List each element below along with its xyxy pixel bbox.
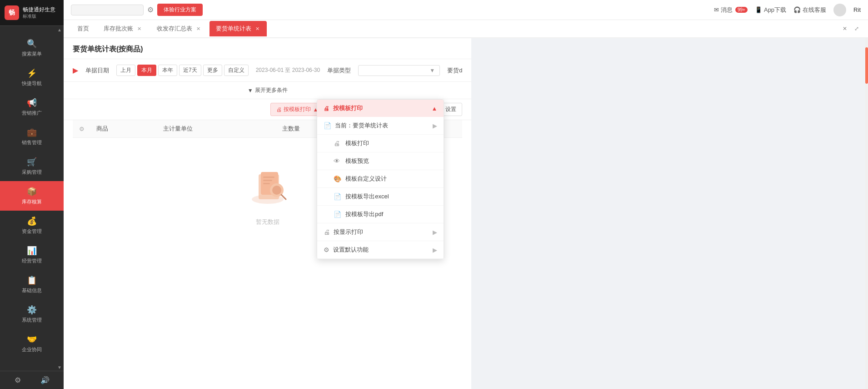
window-close-btn[interactable]: ✕ [841, 25, 849, 33]
sidebar-item-enterprise[interactable]: 🤝 企业协同 [0, 329, 64, 359]
shortcut-icon: ⚡ [27, 68, 37, 78]
main-content: ⚙ 体验行业方案 ✉ 消息 99+ 📱 App下载 🎧 在线客服 Rit 首页 [64, 0, 868, 389]
dropdown-item-template-preview[interactable]: 👁 模板预览 [317, 152, 444, 170]
tab-home-label: 首页 [77, 25, 89, 33]
col-settings[interactable]: ⚙ [73, 120, 91, 138]
sidebar-item-search[interactable]: 🔍 搜索菜单 [0, 33, 64, 63]
tab-receipt-summary-close[interactable]: ✕ [195, 25, 201, 32]
sidebar-item-operation-label: 经营管理 [22, 258, 42, 264]
set-default-arrow: ▶ [433, 247, 437, 253]
dropdown-display-print[interactable]: 🖨 按显示打印 ▶ [317, 223, 444, 241]
set-default-label: 设置默认功能 [333, 246, 369, 254]
messages-badge: 99+ [735, 7, 748, 13]
action-bar: 🖨 按模板打印 ▲ ⬆ 导出 ↻ 刷新 ... 查询 设置 [64, 99, 471, 120]
enterprise-icon: 🤝 [27, 334, 37, 344]
messages-btn[interactable]: ✉ 消息 99+ [714, 6, 748, 14]
date-btn-7days[interactable]: 近7天 [179, 65, 201, 76]
settings-bottom-icon[interactable]: ⚙ [15, 376, 21, 384]
tab-inventory-batch[interactable]: 库存批次账 ✕ [97, 21, 149, 37]
date-btn-this-year[interactable]: 本年 [158, 65, 177, 76]
sidebar-item-basic[interactable]: 📋 基础信息 [0, 270, 64, 299]
date-btn-this-month[interactable]: 本月 [137, 65, 156, 76]
sidebar-item-sales[interactable]: 💼 销售管理 [0, 122, 64, 152]
display-print-icon: 🖨 [324, 228, 330, 236]
inventory-icon: 📦 [27, 187, 37, 197]
marketing-icon: 📢 [27, 98, 37, 108]
print-icon: 🖨 [276, 106, 282, 113]
sidebar-item-shortcut[interactable]: ⚡ 快捷导航 [0, 63, 64, 92]
logo-name: 畅捷通好生意 [23, 6, 55, 14]
filter-expand-icon[interactable]: ▶ [73, 66, 78, 75]
template-preview-icon: 👁 [334, 157, 341, 165]
user-avatar[interactable] [833, 4, 846, 16]
svg-rect-8 [263, 183, 270, 184]
logo-icon: 畅 [5, 5, 19, 20]
dropdown-item-template-print[interactable]: 🖨 模板打印 [317, 135, 444, 152]
topbar-search-input[interactable] [71, 5, 144, 15]
display-print-label: 按显示打印 [334, 228, 363, 236]
sidebar-item-system[interactable]: ⚙️ 系统管理 [0, 299, 64, 329]
date-btn-more[interactable]: 更多 [203, 65, 222, 76]
col-settings-icon[interactable]: ⚙ [79, 126, 85, 132]
service-icon: 🎧 [793, 6, 801, 13]
template-print-icon: 🖨 [334, 140, 341, 147]
tab-order-stats[interactable]: 要货单统计表 ✕ [210, 21, 267, 36]
trial-button[interactable]: 体验行业方案 [157, 4, 203, 16]
dropdown-current-template[interactable]: 📄 当前：要货单统计表 ▶ [317, 117, 444, 135]
print-btn[interactable]: 🖨 按模板打印 ▲ [270, 103, 324, 116]
tab-receipt-summary[interactable]: 收发存汇总表 ✕ [150, 21, 208, 37]
sidebar-item-search-label: 搜索菜单 [22, 51, 42, 57]
customer-service-label: 在线客服 [803, 6, 826, 14]
sidebar-item-finance[interactable]: 💰 资金管理 [0, 211, 64, 240]
right-scrollbar[interactable] [865, 38, 868, 389]
date-btn-custom[interactable]: 自定义 [224, 65, 249, 76]
dropdown-item-template-pdf[interactable]: 📄 按模板导出pdf [317, 206, 444, 223]
dropdown-title: 🖨 按模板打印 [324, 104, 363, 112]
tab-inventory-batch-label: 库存批次账 [104, 25, 133, 33]
sidebar-item-purchase[interactable]: 🛒 采购管理 [0, 152, 64, 181]
dropdown-item-template-design[interactable]: 🎨 模板自定义设计 [317, 170, 444, 188]
audio-bottom-icon[interactable]: 🔊 [40, 376, 50, 384]
sidebar-item-marketing[interactable]: 📢 营销推广 [0, 92, 64, 122]
expand-more-btn[interactable]: ▼ 展开更多条件 [243, 85, 292, 96]
date-btn-last-month[interactable]: 上月 [116, 65, 135, 76]
sidebar-item-finance-label: 资金管理 [22, 228, 42, 235]
dropdown-item-template-excel[interactable]: 📄 按模板导出excel [317, 188, 444, 206]
sidebar-bottom: ⚙ 🔊 [0, 371, 64, 389]
system-icon: ⚙️ [27, 305, 37, 315]
tab-inventory-batch-close[interactable]: ✕ [136, 25, 142, 32]
type-select[interactable]: ▼ [358, 65, 440, 76]
dropdown-close-arrow[interactable]: ▲ [431, 105, 437, 112]
page-title: 要货单统计表(按商品) [73, 45, 462, 54]
template-design-label: 模板自定义设计 [345, 175, 387, 183]
svg-rect-7 [263, 180, 272, 181]
template-print-label: 模板打印 [345, 139, 369, 147]
scroll-down-arrow[interactable]: ▼ [57, 365, 62, 370]
current-template-icon: 📄 [324, 122, 331, 129]
right-scrollbar-thumb[interactable] [865, 47, 868, 84]
expand-icon: ▼ [248, 87, 253, 94]
sales-icon: 💼 [27, 127, 37, 137]
app-download-btn[interactable]: 📱 App下载 [755, 6, 786, 14]
search-nav-icon: 🔍 [27, 39, 37, 49]
dropdown-set-default[interactable]: ⚙ 设置默认功能 ▶ [317, 241, 444, 259]
scroll-up-arrow[interactable]: ▲ [57, 27, 62, 32]
topbar: ⚙ 体验行业方案 ✉ 消息 99+ 📱 App下载 🎧 在线客服 Rit [64, 0, 868, 20]
tab-home[interactable]: 首页 [71, 21, 95, 37]
sidebar-item-purchase-label: 采购管理 [22, 169, 42, 176]
window-maximize-btn[interactable]: ⤢ [853, 25, 861, 33]
sidebar-item-operation[interactable]: 📊 经营管理 [0, 240, 64, 270]
type-select-arrow: ▼ [429, 67, 435, 74]
topbar-gear-icon[interactable]: ⚙ [147, 5, 154, 14]
sidebar-logo: 畅 畅捷通好生意 标准版 [0, 0, 64, 26]
col-product: 商品 [91, 120, 158, 138]
topbar-right: ✉ 消息 99+ 📱 App下载 🎧 在线客服 Rit [714, 4, 861, 16]
sidebar-item-inventory[interactable]: 📦 库存核算 [0, 181, 64, 211]
customer-service-btn[interactable]: 🎧 在线客服 [793, 6, 826, 14]
logo-sub: 标准版 [23, 13, 55, 20]
page-header: 要货单统计表(按商品) [64, 38, 471, 59]
template-preview-label: 模板预览 [345, 157, 369, 165]
sidebar-item-guide[interactable]: 🎯 新手引导 [0, 359, 64, 364]
tab-order-stats-close[interactable]: ✕ [254, 25, 260, 32]
template-pdf-label: 按模板导出pdf [345, 210, 383, 218]
